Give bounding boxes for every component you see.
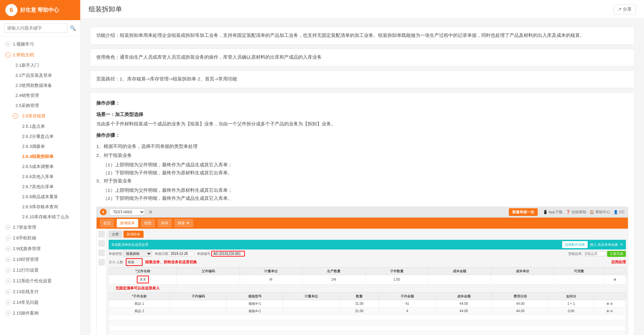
collapse-icon: −: [5, 52, 11, 58]
mock-logo-icon: 6: [100, 209, 107, 215]
mock-date-label: 单据日期: [155, 251, 168, 257]
sidebar-item-label: 2.14常见问题: [13, 299, 39, 305]
scene1-steps-title: 操作步骤：: [96, 131, 628, 139]
mock-close-icon[interactable]: ✕: [620, 241, 623, 248]
mock-child-qty-2: 31.00: [340, 308, 379, 315]
sidebar-item-label: 2.6库存核算: [22, 113, 46, 119]
sidebar-item-sales[interactable]: 2.4销售管理: [13, 91, 80, 101]
mock-form-row: 单据类型 组装拆卸 单据日期: [109, 251, 626, 257]
sidebar-item-ledger-fix[interactable]: 2.6.10库存账本错了么办: [19, 212, 80, 222]
mock-child-name-2: 商品 2: [109, 308, 170, 315]
mock-complete-btn[interactable]: 立案完成: [607, 251, 626, 257]
sidebar-item-assembly[interactable]: 2.6.4组装拆卸单: [19, 152, 80, 162]
mock-process-select-highlighted[interactable]: 组装: [126, 258, 143, 266]
share-icon: ↗: [618, 7, 622, 12]
mock-nav-purchase[interactable]: 新增组单: [117, 219, 138, 227]
mock-document-body: 自费 新增组单 有装配清单的在这里处理 选择配件清单 插入 其余来单的建 ✕: [107, 229, 628, 335]
mock-nav-finance[interactable]: 财务 ▼: [174, 219, 193, 227]
sidebar-item-capital[interactable]: + 2.7资金管理: [0, 222, 80, 233]
share-button[interactable]: ↗ 分享: [613, 4, 636, 14]
mock-sidebar-icon-4: [98, 259, 105, 266]
sidebar-item-stock-count[interactable]: 2.6.1盘点单: [19, 121, 80, 131]
mock-th-child-code: 子件编码: [170, 293, 227, 300]
mock-th-child-name: *子件名称: [109, 293, 170, 300]
mock-child-amt-1: 41: [379, 300, 436, 308]
mock-th-child-qty: 子件数量: [365, 267, 428, 275]
mock-teal-btn-extra[interactable]: 插入 其余来单的建: [590, 242, 618, 247]
sidebar-item-print[interactable]: + 2.11打印设置: [0, 265, 80, 276]
role-text: 使用角色：通常由生产人员或库管人员完成拆装业务的操作，库管人员确认原材料的出库和…: [96, 55, 322, 60]
mock-annotation-switch: 组装业务、拆卸业务在这里切换: [145, 259, 197, 265]
sidebar-item-personalize[interactable]: + 2.12系统个性化设置: [0, 276, 80, 286]
sidebar-item-ledger[interactable]: 2.6.9库存账本查询: [19, 202, 80, 212]
mock-cell-available: [554, 275, 604, 284]
search-icon[interactable]: 🔍: [70, 25, 76, 31]
expand-icon: +: [5, 257, 11, 262]
expand-icon: +: [5, 246, 11, 252]
screenshot-container: 6 TEST-H002 ⚙ 新建单据一次 📱 App下载 ❓ 在线帮助 🏠 帮助…: [96, 207, 628, 335]
sidebar-item-cost-adjust[interactable]: 2.6.5成本调整单: [19, 162, 80, 172]
mock-child-amt-2: 4: [379, 308, 436, 315]
sidebar-item-inventory[interactable]: − 2.6库存核算: [13, 111, 80, 121]
nav-children-inventory: 2.6.1盘点单 2.6.2分量盘点单 2.6.3调拨单 2.6.4组装拆卸单 …: [13, 121, 80, 222]
sidebar-item-online-pay[interactable]: + 2.13在线支付: [0, 286, 80, 297]
logo-text: 好生意 帮助中心: [20, 7, 59, 14]
expand-icon: +: [5, 268, 11, 273]
mock-new-doc-btn[interactable]: 新建单据一次: [509, 208, 538, 216]
mock-no-input[interactable]: [211, 251, 245, 257]
steps-title: 操作步骤：: [96, 99, 628, 107]
sidebar-item-cases[interactable]: + 2.15操作案例: [0, 308, 80, 319]
mock-parent-row-1: 关关 件 1件 1.00 ⊕: [109, 275, 626, 284]
sidebar-item-operation[interactable]: + 2.10经营管理: [0, 254, 80, 265]
sidebar-item-coupon[interactable]: + 2.9优惠券管理: [0, 243, 80, 254]
sidebar-item-purchase[interactable]: 2.5采购管理: [13, 101, 80, 111]
sidebar-item-newcomer[interactable]: 2.1新手入门: [13, 60, 80, 70]
sidebar-item-help-docs[interactable]: − 2.帮助文档: [0, 50, 80, 60]
sidebar-item-faq[interactable]: + 2.14常见问题: [0, 297, 80, 308]
logo-icon: 6: [5, 4, 17, 16]
search-input[interactable]: [4, 23, 68, 33]
mock-company-select[interactable]: TEST-H002: [109, 209, 145, 215]
mock-child-row-2: 商品 2 规格4+1 31.00 4 44.00 44.00 0.00: [109, 308, 626, 315]
sidebar-item-other-out[interactable]: 2.6.7其他出库单: [19, 182, 80, 192]
mock-topnav: 首页 新增组单 销售 库存 财务 ▼: [97, 218, 628, 229]
mock-sidebar-icon-3: [98, 249, 105, 256]
expand-icon: +: [5, 311, 11, 316]
mock-nav-inventory[interactable]: 库存: [158, 219, 172, 227]
mock-child-action-2: ⊕ ⊖: [594, 308, 626, 315]
mock-bom-select-btn[interactable]: 选择配件清单: [562, 241, 588, 248]
mock-th-child-amt: 子件金额: [379, 293, 436, 300]
mock-child-row-4: [109, 320, 626, 326]
mock-date-input[interactable]: [169, 251, 194, 256]
mock-parent-name-highlighted: 关关: [137, 276, 149, 283]
sidebar-item-other-in[interactable]: 2.6.6其他入库单: [19, 172, 80, 182]
sidebar-item-mobile[interactable]: + 2.8手机旺辅: [0, 233, 80, 243]
mock-sidebar-icon-1: [98, 231, 105, 237]
mock-child-spec-1: 规格4+1: [226, 300, 283, 308]
mock-child-row-5: [109, 326, 626, 331]
sidebar-item-install[interactable]: 2.2产品安装及登录: [13, 70, 80, 80]
sidebar-item-transfer[interactable]: 2.6.3调拨单: [19, 142, 80, 152]
mock-tab-self[interactable]: 自费: [109, 231, 122, 238]
sidebar-item-partial-count[interactable]: 2.6.2分量盘点单: [19, 131, 80, 142]
step2-sub1: （1）上部明细为父件明细，最终作为产成品生成其它入库单；: [96, 161, 628, 169]
sidebar-item-video-learning[interactable]: + 1.视频学习: [0, 39, 80, 50]
mock-parent-table: *父件名称 父件编码 计量单位 生产数量 子件数量 成本金额 成本单价 可用量: [109, 267, 626, 284]
sidebar-item-cost-recalc[interactable]: 2.6.8商品成本重算: [19, 192, 80, 202]
sidebar-item-label: 1.视频学习: [13, 41, 34, 47]
nav-children-help: 2.1新手入门 2.2产品安装及登录 2.3使用前数据准备 2.4销售管理 2.…: [0, 60, 80, 222]
mock-nav-home[interactable]: 首页: [100, 219, 114, 227]
mock-warehouse-label: 货栈品库: [568, 251, 582, 257]
mock-nav-sales[interactable]: 销售: [141, 219, 155, 227]
mock-no-label: 单据编号: [197, 251, 210, 257]
sidebar-item-data-prep[interactable]: 2.3使用前数据准备: [13, 80, 80, 91]
logo-bar: 6 好生意 帮助中心: [0, 0, 80, 20]
collapse-icon-inventory: −: [13, 113, 18, 119]
mock-cell-child-qty: 1.00: [365, 275, 428, 284]
mock-type-select[interactable]: 组装拆卸: [123, 251, 152, 257]
expand-icon: +: [5, 278, 11, 284]
mock-warehouse-input[interactable]: [583, 251, 606, 256]
mock-tab-new[interactable]: 新增组单: [123, 231, 144, 238]
mock-child-table: *子件名称 子件编码 规格型号 计量单位 数量 子件金额 成本金额 费用分担 如: [109, 292, 626, 335]
expand-icon: +: [5, 300, 11, 305]
